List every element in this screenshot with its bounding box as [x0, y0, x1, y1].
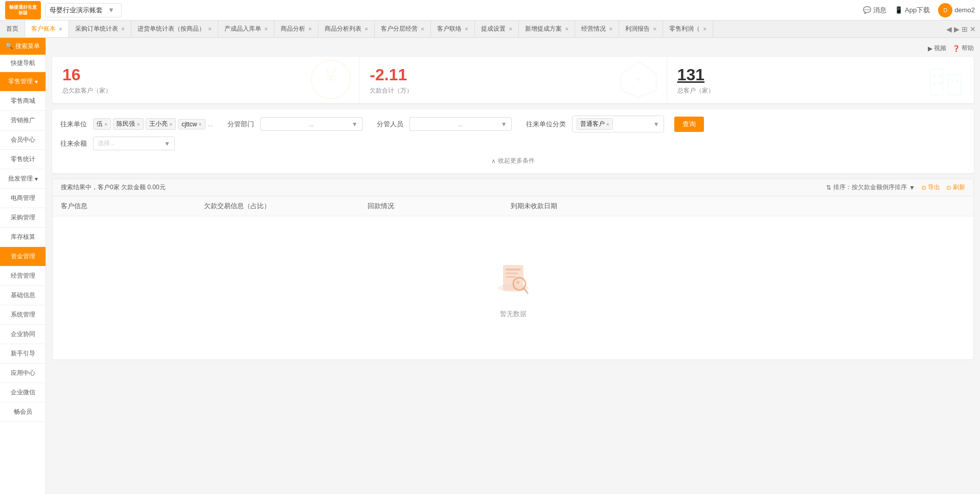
- sidebar-item-ecommerce[interactable]: 电商管理: [0, 189, 45, 208]
- export-button[interactable]: ⊙ 导出: [921, 183, 940, 192]
- tab-home[interactable]: 首页: [0, 20, 25, 38]
- tab-purchase-stats[interactable]: 进货单统计表（按商品） ×: [131, 20, 218, 38]
- result-bar: 搜索结果中，客户0家 欠款金额 0.00元 ⇅ 排序：按欠款金额倒序排序 ▼ ⊙…: [52, 178, 974, 196]
- tab-bar-controls: ◀ ▶ ⊞ ✕: [942, 25, 980, 33]
- dept-select[interactable]: ... ▼: [260, 117, 362, 131]
- tab-product-analysis-label: 商品分析: [281, 25, 305, 33]
- sidebar-item-finance-mgmt[interactable]: 资金管理: [0, 247, 45, 266]
- top-right-links: ▶ 视频 ❓ 帮助: [52, 44, 974, 53]
- category-tag-close[interactable]: ×: [606, 121, 609, 127]
- filter-tag-wu[interactable]: 伍 ×: [93, 118, 111, 130]
- store-selector[interactable]: 母婴行业演示账套 ▼: [45, 3, 122, 17]
- dept-more-btn[interactable]: ...: [309, 121, 314, 128]
- sidebar-item-app-center[interactable]: 应用中心: [0, 364, 45, 383]
- balance-select[interactable]: 选择... ▼: [93, 137, 175, 150]
- message-label: 消息: [873, 6, 886, 15]
- tab-product-storage-close[interactable]: ×: [264, 26, 268, 33]
- tab-expand-btn[interactable]: ⊞: [962, 25, 968, 33]
- category-select[interactable]: 普通客户 × ▼: [572, 116, 664, 132]
- sidebar-item-member-vip[interactable]: 畅会员: [0, 402, 45, 422]
- sidebar-item-inventory[interactable]: 库存核算: [0, 228, 45, 247]
- tab-close-all-btn[interactable]: ✕: [970, 25, 976, 33]
- tab-product-analysis[interactable]: 商品分析 ×: [275, 20, 318, 38]
- filter-tags-more[interactable]: ...: [208, 120, 213, 128]
- user-avatar: D: [938, 3, 952, 17]
- tab-product-storage[interactable]: 产成品入库单 ×: [218, 20, 275, 38]
- filter-tag-cjttcw-close[interactable]: ×: [198, 121, 201, 127]
- content-area: ▶ 视频 ❓ 帮助 ¥ 16 总欠款客户（家）: [46, 38, 980, 494]
- help-link[interactable]: ❓ 帮助: [952, 44, 974, 53]
- filter-tag-chen[interactable]: 陈民强 ×: [113, 118, 143, 130]
- tab-raise-settings[interactable]: 提成设置 ×: [475, 20, 519, 38]
- sidebar-item-retail-stats[interactable]: 零售统计: [0, 150, 45, 169]
- person-select[interactable]: ... ▼: [409, 117, 512, 131]
- sidebar-new-guide-label: 新手引导: [11, 349, 35, 358]
- tab-retail-profit-close[interactable]: ×: [703, 26, 706, 33]
- category-tag[interactable]: 普通客户 ×: [577, 118, 613, 130]
- search-button[interactable]: 查询: [674, 117, 704, 132]
- sidebar-item-enterprise-collab[interactable]: 企业协同: [0, 325, 45, 344]
- sidebar-item-retail-mgmt[interactable]: 零售管理 ▾: [0, 72, 45, 92]
- filter-tag-wang-close[interactable]: ×: [169, 121, 172, 127]
- sidebar-item-member-center[interactable]: 会员中心: [0, 130, 45, 150]
- tab-business-status[interactable]: 经营情况 ×: [575, 20, 619, 38]
- tab-customer-tier-close[interactable]: ×: [421, 26, 424, 33]
- tab-profit-report[interactable]: 利润报告 ×: [619, 20, 663, 38]
- tab-purchase-orders-label: 采购订单统计表: [75, 25, 118, 33]
- tab-raise-settings-close[interactable]: ×: [509, 26, 512, 33]
- total-customers2-value[interactable]: 131: [677, 65, 964, 84]
- tab-customers[interactable]: 客户账本 ×: [25, 20, 69, 38]
- filter-tag-chen-close[interactable]: ×: [136, 121, 140, 127]
- tab-retail-profit[interactable]: 零售利润（ ×: [663, 20, 713, 38]
- col-payment-status: 回款情况: [368, 201, 511, 211]
- tab-product-analysis-close[interactable]: ×: [308, 26, 312, 33]
- tab-new-raise-plan[interactable]: 新增提成方案 ×: [519, 20, 575, 38]
- filter-tag-wang[interactable]: 王小亮 ×: [146, 118, 176, 130]
- sort-button[interactable]: ⇅ 排序：按欠款金额倒序排序 ▼: [826, 183, 915, 192]
- filter-tag-wu-close[interactable]: ×: [104, 121, 107, 127]
- tab-next-btn[interactable]: ▶: [954, 25, 960, 33]
- tab-profit-report-close[interactable]: ×: [653, 26, 656, 33]
- sidebar-system-mgmt-label: 系统管理: [11, 310, 35, 319]
- tab-purchase-orders[interactable]: 采购订单统计表 ×: [69, 20, 131, 38]
- sidebar-item-wholesale-mgmt[interactable]: 批发管理 ▾: [0, 169, 45, 189]
- svg-rect-5: [948, 74, 961, 95]
- sidebar-item-business-mgmt[interactable]: 经营管理: [0, 266, 45, 286]
- tab-purchase-stats-close[interactable]: ×: [208, 26, 212, 33]
- table-empty-state: 暂无数据: [53, 216, 973, 360]
- filter-tag-cjttcw[interactable]: cjttcw ×: [178, 119, 205, 129]
- chevron-up-icon: ∧: [491, 158, 496, 165]
- user-profile[interactable]: D demo2: [938, 3, 975, 17]
- sidebar-item-system-mgmt[interactable]: 系统管理: [0, 305, 45, 325]
- sidebar-item-marketing[interactable]: 营销推广: [0, 111, 45, 130]
- sidebar-search[interactable]: 🔍 搜索菜单: [0, 38, 45, 55]
- filter-collapse-label: 收起更多条件: [498, 156, 535, 165]
- tab-prev-btn[interactable]: ◀: [946, 25, 952, 33]
- sidebar-item-retail-mall[interactable]: 零售商城: [0, 92, 45, 111]
- tab-customer-tier[interactable]: 客户分层经营 ×: [375, 20, 431, 38]
- sidebar-item-purchase-mgmt[interactable]: 采购管理: [0, 208, 45, 228]
- category-tag-text: 普通客户: [580, 120, 605, 128]
- tab-purchase-orders-close[interactable]: ×: [121, 26, 125, 33]
- sidebar-shortcut[interactable]: 快捷导航: [0, 55, 45, 72]
- help-label: 帮助: [962, 44, 974, 53]
- svg-rect-10: [951, 79, 954, 82]
- tab-new-raise-plan-close[interactable]: ×: [565, 26, 568, 33]
- person-more-btn[interactable]: ...: [458, 121, 463, 128]
- app-download-nav-item[interactable]: 📱 App下载: [895, 6, 930, 15]
- refresh-button[interactable]: ⊙ 刷新: [946, 183, 965, 192]
- tab-product-analysis-list-close[interactable]: ×: [364, 26, 368, 33]
- sidebar-item-enterprise-wechat[interactable]: 企业微信: [0, 383, 45, 402]
- sidebar-item-new-guide[interactable]: 新手引导: [0, 344, 45, 364]
- tab-customer-contact-close[interactable]: ×: [465, 26, 468, 33]
- video-link[interactable]: ▶ 视频: [928, 44, 946, 53]
- tab-customer-tier-label: 客户分层经营: [381, 25, 418, 33]
- sort-dropdown-icon: ▼: [909, 184, 915, 191]
- message-nav-item[interactable]: 💬 消息: [863, 6, 886, 15]
- tab-customers-close[interactable]: ×: [59, 26, 62, 33]
- tab-customer-contact[interactable]: 客户联络 ×: [431, 20, 475, 38]
- sidebar-item-basic-info[interactable]: 基础信息: [0, 286, 45, 305]
- filter-collapse-btn[interactable]: ∧ 收起更多条件: [60, 154, 966, 167]
- tab-product-analysis-list[interactable]: 商品分析列表 ×: [318, 20, 375, 38]
- tab-business-status-close[interactable]: ×: [609, 26, 612, 33]
